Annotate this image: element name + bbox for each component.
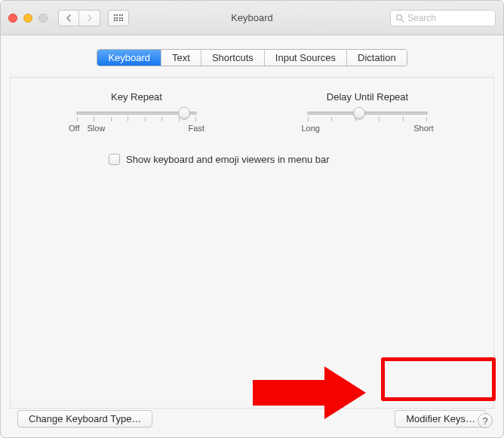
svg-rect-2 [253, 380, 324, 406]
chevron-left-icon [66, 14, 72, 22]
delay-repeat-group: Delay Until Repeat Long Short [292, 91, 443, 133]
delay-repeat-slider[interactable] [307, 112, 428, 115]
key-repeat-label: Key Repeat [111, 91, 162, 103]
bottom-buttons: Change Keyboard Type… Modifier Keys… [8, 410, 496, 427]
slider-knob[interactable] [353, 107, 365, 119]
window-title: Keyboard [231, 12, 273, 23]
search-icon [395, 14, 404, 23]
range-off-label: Off [69, 124, 79, 133]
forward-button [79, 10, 100, 26]
tab-keyboard[interactable]: Keyboard [97, 50, 161, 66]
preferences-window: Keyboard Search Keyboard Text Shortcuts … [0, 0, 504, 438]
search-placeholder: Search [407, 13, 436, 23]
zoom-icon [38, 14, 48, 23]
show-viewers-checkbox[interactable] [109, 154, 120, 165]
delay-repeat-range-labels: Long Short [302, 124, 434, 133]
key-repeat-slider[interactable] [76, 112, 197, 115]
annotation-highlight-box [381, 357, 496, 401]
window-body: Keyboard Text Shortcuts Input Sources Di… [1, 49, 503, 409]
show-viewers-row: Show keyboard and emoji viewers in menu … [109, 154, 475, 165]
minimize-icon[interactable] [23, 14, 32, 23]
svg-line-1 [401, 19, 404, 21]
show-all-button[interactable] [108, 10, 129, 26]
key-repeat-range-labels: Off Slow Fast [69, 124, 204, 133]
tab-dictation[interactable]: Dictation [347, 50, 407, 66]
slider-ticks [77, 117, 196, 123]
change-keyboard-type-button[interactable]: Change Keyboard Type… [17, 410, 152, 427]
help-icon: ? [482, 415, 487, 427]
range-fast-label: Fast [189, 124, 204, 133]
tab-shortcuts[interactable]: Shortcuts [201, 50, 265, 66]
tab-bar: Keyboard Text Shortcuts Input Sources Di… [1, 49, 503, 66]
back-button[interactable] [58, 10, 79, 26]
nav-group [58, 10, 100, 26]
window-controls [8, 14, 48, 23]
slider-ticks [308, 117, 427, 123]
annotation-arrow-icon [253, 366, 366, 419]
range-slow-label: Slow [87, 124, 105, 133]
close-icon[interactable] [8, 14, 17, 23]
sliders-row: Key Repeat Off Slow Fast Delay Unti [29, 91, 475, 133]
key-repeat-group: Key Repeat Off Slow Fast [61, 91, 212, 133]
grid-icon [114, 14, 124, 21]
titlebar: Keyboard Search [1, 1, 503, 35]
chevron-right-icon [87, 14, 93, 22]
tab-text[interactable]: Text [161, 50, 201, 66]
range-long-label: Long [302, 124, 320, 133]
svg-marker-3 [324, 366, 366, 419]
modifier-keys-button[interactable]: Modifier Keys… [395, 410, 487, 427]
search-field[interactable]: Search [390, 10, 496, 26]
tab-input-sources[interactable]: Input Sources [265, 50, 347, 66]
range-short-label: Short [413, 124, 433, 133]
show-viewers-label: Show keyboard and emoji viewers in menu … [126, 154, 330, 165]
help-button[interactable]: ? [478, 413, 493, 428]
delay-repeat-label: Delay Until Repeat [327, 91, 408, 103]
